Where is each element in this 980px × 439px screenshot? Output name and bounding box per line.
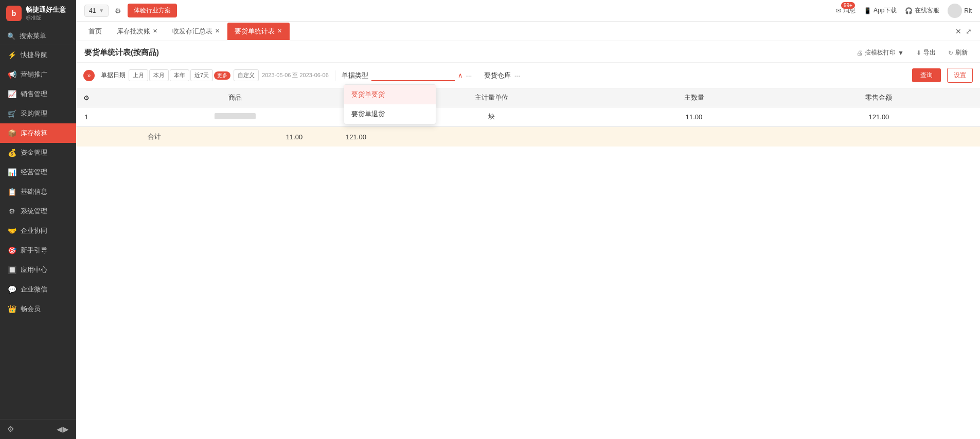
sidebar-icon-purchase: 🛒 [7,109,16,118]
tab-home[interactable]: 首页 [81,23,110,40]
tab-inventory-batch[interactable]: 库存批次账 ✕ [110,23,165,40]
table-body: 1 块 11.00 121.00 [76,107,980,126]
date-this-year-btn[interactable]: 本年 [170,69,189,81]
print-button[interactable]: 🖨 按模板打印 ▼ [852,46,908,59]
search-button[interactable]: 查询 [912,68,941,82]
sidebar-icon-operation: 📊 [7,168,16,176]
table-footer: 合计 11.00 121.00 [76,126,980,147]
logo-icon: b [6,6,22,21]
filter-bar: » 单据日期 上月 本月 本年 近7天 更多 自定义 2023-05-06 至 … [76,63,980,88]
sidebar-item-member[interactable]: 👑 畅会员 [0,299,76,319]
tab-close-inventory-batch[interactable]: ✕ [153,28,157,34]
export-button[interactable]: ⬇ 导出 [912,46,940,59]
sidebar-item-guide[interactable]: 🎯 新手引导 [0,241,76,260]
sidebar-icon-marketing: 📢 [7,70,16,79]
date-last-month-btn[interactable]: 上月 [129,69,148,81]
refresh-button[interactable]: ↻ 刷新 [944,46,972,59]
online-service-button[interactable]: 🎧 在线客服 [905,6,939,15]
tabs-actions: ✕ ⤢ [952,27,975,35]
table-gear-icon[interactable]: ⚙ [83,94,90,102]
sidebar-item-finance[interactable]: 💰 资金管理 [0,143,76,162]
table-header-row: ⚙ 商品 主计量单位 主数量 零售金额 [76,88,980,107]
store-name: 41 [89,7,96,14]
page-title: 要货单统计表(按商品) [84,48,159,58]
sidebar-icon-basic: 📋 [7,188,16,196]
sidebar-item-apps[interactable]: 🔲 应用中心 [0,260,76,280]
close-all-tabs-icon[interactable]: ✕ [955,27,961,35]
sidebar-icon-sales: 📈 [7,90,16,98]
tab-recv-summary[interactable]: 收发存汇总表 ✕ [165,23,227,40]
app-logo: b 畅捷通好生意 标准版 [0,0,76,27]
user-name: Rit [964,7,972,14]
page-content: 要货单统计表(按商品) 🖨 按模板打印 ▼ ⬇ 导出 ↻ 刷新 [76,41,980,439]
date-range-text: 2023-05-06 至 2023-06-06 [262,71,329,79]
type-dropdown: 要货单要货要货单退货 [344,84,436,124]
sidebar-label-quick-nav: 快捷导航 [21,50,47,60]
sidebar-label-marketing: 营销推广 [21,70,47,79]
topbar-gear-icon[interactable]: ⚙ [115,7,121,15]
user-avatar[interactable]: Rit [948,4,972,18]
sidebar-icon-member: 👑 [7,305,16,313]
sidebar-label-guide: 新手引导 [21,246,47,255]
sidebar-label-basic: 基础信息 [21,187,47,196]
sidebar-item-operation[interactable]: 📊 经营管理 [0,162,76,182]
warehouse-filter-label: 要货仓库 [484,71,511,80]
app-download-button[interactable]: 📱 App下载 [864,6,897,15]
topbar-right: ✉ 99+ 消息 📱 App下载 🎧 在线客服 Rit [836,4,972,18]
sidebar-item-marketing[interactable]: 📢 营销推广 [0,65,76,84]
message-button[interactable]: ✉ 99+ 消息 [836,6,856,15]
printer-icon: 🖨 [857,49,863,57]
date-7days-btn[interactable]: 近7天 [190,69,213,81]
sidebar-icon-collab: 🤝 [7,227,16,235]
sidebar-icon-wechat: 💬 [7,285,16,294]
sidebar-icon-finance: 💰 [7,149,16,157]
sidebar-menu: ⚡ 快捷导航 📢 营销推广 📈 销售管理 🛒 采购管理 📦 库存核算 💰 资金管… [0,45,76,419]
expand-tabs-icon[interactable]: ⤢ [966,27,972,35]
message-badge: 99+ [841,2,855,9]
main-area: 41 ▼ ⚙ 体验行业方案 ✉ 99+ 消息 📱 App下载 🎧 在线客服 Ri… [76,0,980,439]
refresh-icon: ↻ [948,49,953,57]
filter-settings-button[interactable]: 设置 [947,68,973,83]
tab-label-order-stats: 要货单统计表 [235,27,275,36]
sidebar-label-finance: 资金管理 [21,148,47,157]
type-more-icon[interactable]: ··· [466,71,472,80]
dropdown-item-order[interactable]: 要货单要货 [344,85,436,104]
sidebar-item-basic[interactable]: 📋 基础信息 [0,182,76,202]
warehouse-more-icon[interactable]: ··· [514,71,520,80]
collapse-icon[interactable]: ◀▶ [57,425,69,434]
date-quick-buttons: 上月 本月 本年 近7天 更多 [129,69,230,81]
logo-text: 畅捷通好生意 标准版 [26,5,66,22]
tabs-bar: 首页库存批次账 ✕收发存汇总表 ✕要货单统计表 ✕ ✕ ⤢ [76,22,980,41]
sidebar-item-system[interactable]: ⚙ 系统管理 [0,202,76,221]
sidebar-item-purchase[interactable]: 🛒 采购管理 [0,104,76,123]
date-this-month-btn[interactable]: 本月 [149,69,169,81]
sidebar-item-inventory[interactable]: 📦 库存核算 [0,123,76,143]
sidebar-item-quick-nav[interactable]: ⚡ 快捷导航 [0,45,76,65]
settings-icon[interactable]: ⚙ [7,425,14,434]
avatar-image [948,4,962,18]
sidebar-item-collab[interactable]: 🤝 企业协同 [0,221,76,241]
tab-order-stats[interactable]: 要货单统计表 ✕ [227,23,290,40]
date-custom-btn[interactable]: 自定义 [234,69,259,81]
data-table: ⚙ 商品 主计量单位 主数量 零售金额 1 块 11.00 121.00 [76,88,980,126]
sidebar-label-wechat: 企业微信 [21,285,47,294]
sidebar-item-wechat[interactable]: 💬 企业微信 [0,280,76,299]
sidebar-search[interactable]: 🔍 搜索菜单 [0,27,76,45]
store-selector[interactable]: 41 ▼ [84,5,109,17]
app-download-label: App下载 [874,6,897,15]
table-container: ⚙ 商品 主计量单位 主数量 零售金额 1 块 11.00 121.00 [76,88,980,126]
filter-toggle-button[interactable]: » [83,70,95,81]
tab-close-recv-summary[interactable]: ✕ [215,28,220,34]
type-filter-group: 单据类型 ∧ ··· [342,70,472,81]
type-dropdown-up-icon[interactable]: ∧ [458,71,463,79]
tab-close-order-stats[interactable]: ✕ [277,28,282,34]
promo-button[interactable]: 体验行业方案 [128,4,177,17]
headset-icon: 🎧 [905,7,913,14]
dropdown-item-return[interactable]: 要货单退货 [344,104,436,124]
topbar: 41 ▼ ⚙ 体验行业方案 ✉ 99+ 消息 📱 App下载 🎧 在线客服 Ri… [76,0,980,22]
sidebar-label-operation: 经营管理 [21,168,47,177]
warehouse-filter-group: 要货仓库 ··· [484,71,520,80]
sidebar-item-sales[interactable]: 📈 销售管理 [0,84,76,104]
date-more-badge[interactable]: 更多 [214,71,230,80]
type-filter-input[interactable] [371,70,455,81]
